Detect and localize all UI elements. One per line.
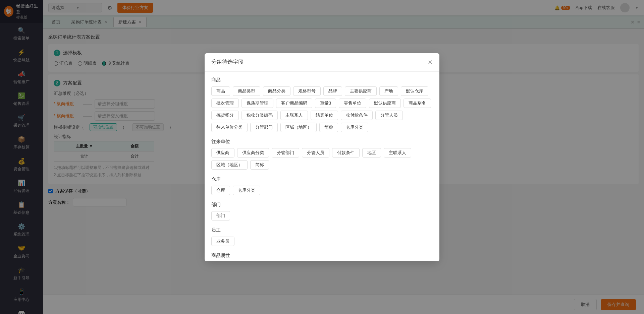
modal-tag[interactable]: 区域（地区） <box>280 123 317 132</box>
modal-tag[interactable]: 分管部门 <box>272 148 299 158</box>
modal-tag[interactable]: 商品 <box>211 86 230 96</box>
modal-section-product-attr: 商品属性 属性颜色多规格尺码鞋码1 <box>211 253 433 261</box>
modal-section-warehouse: 仓库 仓库仓库分类 <box>211 176 433 195</box>
modal-tag[interactable]: 简称 <box>319 123 338 132</box>
modal-tag[interactable]: 品牌 <box>323 86 342 96</box>
modal-tag[interactable]: 供应商 <box>211 148 234 158</box>
modal: 分组待选字段 ✕ 商品 商品商品类型商品分类规格型号品牌主要供应商产地默认仓库批… <box>205 53 439 261</box>
modal-tag[interactable]: 客户商品编码 <box>276 99 312 108</box>
modal-body: 商品 商品商品类型商品分类规格型号品牌主要供应商产地默认仓库批次管理保质期管理客… <box>205 72 439 261</box>
modal-tag[interactable]: 商品类型 <box>233 86 260 96</box>
modal-tag[interactable]: 付款条件 <box>332 148 360 158</box>
modal-section-title-partner: 往来单位 <box>211 139 433 145</box>
modal-tag[interactable]: 税收分类编码 <box>241 111 278 120</box>
modal-tag[interactable]: 主要供应商 <box>345 86 377 96</box>
modal-section-title-warehouse: 仓库 <box>211 176 433 182</box>
modal-tag[interactable]: 保质期管理 <box>241 99 273 108</box>
modal-tag[interactable]: 主联系人 <box>280 111 308 120</box>
modal-tags-employee: 业务员 <box>211 237 433 246</box>
modal-tags-warehouse: 仓库仓库分类 <box>211 186 433 195</box>
modal-section-title-employee: 员工 <box>211 227 433 233</box>
modal-tag[interactable]: 零售单位 <box>339 99 366 108</box>
modal-tag[interactable]: 商品别名 <box>404 99 431 108</box>
modal-header: 分组待选字段 ✕ <box>205 53 439 72</box>
modal-section-department: 部门 部门 <box>211 202 433 221</box>
modal-tag[interactable]: 仓库分类 <box>233 186 260 195</box>
modal-section-employee: 员工 业务员 <box>211 227 433 246</box>
modal-tag[interactable]: 仓库分类 <box>341 123 368 132</box>
modal-tag[interactable]: 往来单位分类 <box>211 123 248 132</box>
modal-tag[interactable]: 产地 <box>379 86 398 96</box>
modal-tag[interactable]: 仓库 <box>211 186 230 195</box>
modal-section-title-product: 商品 <box>211 77 433 83</box>
modal-tag[interactable]: 批次管理 <box>211 99 239 108</box>
modal-section-title-department: 部门 <box>211 202 433 208</box>
modal-close-icon[interactable]: ✕ <box>428 59 433 66</box>
modal-tag[interactable]: 分管人员 <box>302 148 329 158</box>
modal-tag[interactable]: 重量3 <box>315 99 336 108</box>
modal-tag[interactable]: 拣货积分 <box>211 111 239 120</box>
modal-tag[interactable]: 主联系人 <box>384 148 411 158</box>
modal-tag[interactable]: 地区 <box>362 148 381 158</box>
modal-tag[interactable]: 区域（地区） <box>211 160 248 170</box>
modal-tag[interactable]: 供应商分类 <box>237 148 269 158</box>
modal-tag[interactable]: 商品分类 <box>263 86 290 96</box>
modal-tag[interactable]: 分管人员 <box>375 111 403 120</box>
modal-tag[interactable]: 结算单位 <box>311 111 338 120</box>
modal-tag[interactable]: 规格型号 <box>293 86 321 96</box>
modal-tag[interactable]: 默认供应商 <box>369 99 401 108</box>
modal-tags-department: 部门 <box>211 211 433 221</box>
modal-tag[interactable]: 简称 <box>250 160 269 170</box>
modal-section-product: 商品 商品商品类型商品分类规格型号品牌主要供应商产地默认仓库批次管理保质期管理客… <box>211 77 433 132</box>
modal-tag[interactable]: 部门 <box>211 211 230 221</box>
modal-section-title-product-attr: 商品属性 <box>211 253 433 259</box>
modal-tag[interactable]: 业务员 <box>211 237 234 246</box>
modal-tag[interactable]: 分管部门 <box>250 123 278 132</box>
modal-tags-product: 商品商品类型商品分类规格型号品牌主要供应商产地默认仓库批次管理保质期管理客户商品… <box>211 86 433 132</box>
modal-tags-partner: 供应商供应商分类分管部门分管人员付款条件地区主联系人区域（地区）简称 <box>211 148 433 170</box>
modal-section-partner: 往来单位 供应商供应商分类分管部门分管人员付款条件地区主联系人区域（地区）简称 <box>211 139 433 170</box>
modal-tag[interactable]: 默认仓库 <box>401 86 428 96</box>
modal-overlay: 分组待选字段 ✕ 商品 商品商品类型商品分类规格型号品牌主要供应商产地默认仓库批… <box>0 0 644 314</box>
modal-title: 分组待选字段 <box>211 59 244 66</box>
modal-tag[interactable]: 收付款条件 <box>341 111 373 120</box>
